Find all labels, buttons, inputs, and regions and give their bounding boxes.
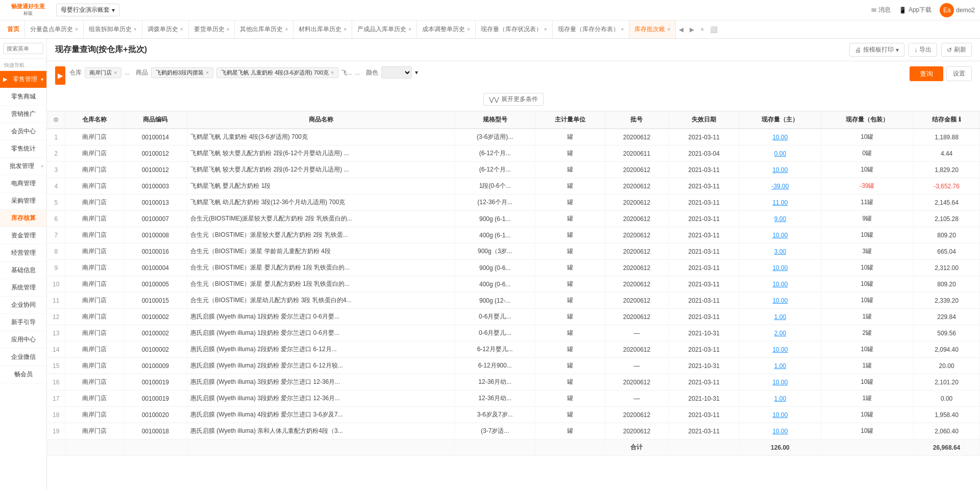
tab-maximize[interactable]: ⬜ bbox=[707, 26, 721, 33]
tab-chengBen-close[interactable]: × bbox=[467, 27, 470, 32]
cell-name: 合生元（BIOSTIME）派星较大婴儿配方奶粉 2段 乳铁蛋... bbox=[187, 227, 455, 243]
tab-chanPin-close[interactable]: × bbox=[408, 27, 411, 32]
cell-qty-pack: 1罐 bbox=[821, 309, 914, 325]
account-name: 母婴行业演示账套 bbox=[61, 6, 110, 14]
cell-code: 00100012 bbox=[124, 162, 187, 178]
cell-qty[interactable]: 1.00 bbox=[740, 358, 821, 374]
tab-diaobo-close[interactable]: × bbox=[180, 27, 183, 32]
expand-more-button[interactable]: ⋁⋁ 展开更多条件 bbox=[483, 93, 544, 106]
sidebar-item-xinShou[interactable]: 新手引导 bbox=[0, 314, 46, 331]
table-container: ⚙ 仓库名称 商品编码 商品名称 规格型号 主计量单位 批号 失效日期 现存量（… bbox=[47, 111, 980, 490]
cell-qty[interactable]: 10.00 bbox=[740, 162, 821, 178]
sidebar-item-caiGou[interactable]: 采购管理 bbox=[0, 192, 46, 210]
sidebar-item-lingShaoShang[interactable]: 零售商城 bbox=[0, 88, 46, 106]
tab-xianzunFen[interactable]: 现存量（库存分布表） × bbox=[553, 20, 630, 39]
tab-chengBen[interactable]: 成本调整单历史 × bbox=[417, 20, 476, 39]
tab-xianzunKu[interactable]: 现存量（库存状况表） × bbox=[476, 20, 553, 39]
sidebar-item-lingShao[interactable]: ▶ 零售管理 ▾ bbox=[0, 71, 46, 88]
bell-icon: ✉ bbox=[871, 7, 876, 14]
tab-right-arrow[interactable]: ▶ bbox=[687, 26, 697, 33]
tab-piCi-close[interactable]: × bbox=[667, 27, 670, 32]
sidebar-item-jiChu[interactable]: 基础信息 bbox=[0, 262, 46, 279]
quick-nav-label: 快捷导航 bbox=[0, 59, 46, 71]
sidebar-item-jingYing[interactable]: 经营管理 bbox=[0, 244, 46, 262]
sidebar-item-kuCun[interactable]: 库存核算 bbox=[0, 210, 46, 227]
tab-qitaChu[interactable]: 其他出库单历史 × bbox=[235, 20, 293, 39]
cell-qty[interactable]: 10.00 bbox=[740, 407, 821, 423]
cell-qty[interactable]: 10.00 bbox=[740, 341, 821, 358]
message-link[interactable]: ✉ 消息 bbox=[871, 6, 891, 14]
tab-xianzunKu-close[interactable]: × bbox=[544, 27, 547, 32]
template-print-button[interactable]: 🖨 按模板打印 ▾ bbox=[849, 43, 904, 57]
cell-amount: 4.44 bbox=[914, 145, 980, 162]
cell-qty[interactable]: 2.00 bbox=[740, 325, 821, 341]
cell-amount: 809.20 bbox=[914, 276, 980, 292]
tab-yaoHuo-close[interactable]: × bbox=[227, 27, 230, 32]
cell-qty[interactable]: 10.00 bbox=[740, 374, 821, 390]
sidebar-item-lingShaoTong[interactable]: 零售统计 bbox=[0, 140, 46, 158]
cell-unit: 罐 bbox=[535, 423, 605, 439]
query-button[interactable]: 查询 bbox=[910, 66, 943, 81]
export-button[interactable]: ↓ 导出 bbox=[909, 43, 937, 57]
cell-code: 00100005 bbox=[124, 276, 187, 292]
tab-yaoHuo[interactable]: 要货单历史 × bbox=[189, 20, 235, 39]
search-input[interactable] bbox=[3, 43, 43, 54]
sidebar-item-yingXiao[interactable]: 营销推广 bbox=[0, 106, 46, 123]
tab-caiLiao-close[interactable]: × bbox=[344, 27, 347, 32]
cell-qty[interactable]: 10.00 bbox=[740, 276, 821, 292]
cell-qty[interactable]: 1.00 bbox=[740, 309, 821, 325]
cell-qty[interactable]: 10.00 bbox=[740, 260, 821, 276]
cell-qty[interactable]: 10.00 bbox=[740, 227, 821, 243]
tab-xianzunFen-close[interactable]: × bbox=[621, 27, 624, 32]
account-dropdown[interactable]: 母婴行业演示账套 ▾ bbox=[56, 4, 119, 16]
cell-qty[interactable]: -39.00 bbox=[740, 178, 821, 194]
tab-fenPan-close[interactable]: × bbox=[75, 27, 78, 32]
chevron-down-icon-print: ▾ bbox=[896, 46, 899, 54]
cell-qty[interactable]: 9.00 bbox=[740, 211, 821, 227]
sidebar-item-ziJin[interactable]: 资金管理 bbox=[0, 227, 46, 244]
warehouse-tag-close[interactable]: × bbox=[114, 69, 117, 76]
product-tag-1-close[interactable]: × bbox=[331, 69, 334, 76]
product-tag-0-close[interactable]: × bbox=[206, 69, 209, 76]
sidebar-item-changYuan[interactable]: 畅会员 bbox=[0, 366, 46, 383]
settings-button[interactable]: 设置 bbox=[946, 66, 972, 81]
sidebar-item-qiYe[interactable]: 企业协同 bbox=[0, 297, 46, 314]
cell-qty[interactable]: 0.00 bbox=[740, 145, 821, 162]
cell-warehouse: 南岸门店 bbox=[65, 276, 124, 292]
filter-expand-btn[interactable]: ▶ bbox=[55, 66, 65, 85]
cell-qty[interactable]: 1.00 bbox=[740, 390, 821, 407]
cell-qty[interactable]: 10.00 bbox=[740, 292, 821, 309]
sidebar-item-piHua[interactable]: 批发管理 ▾ bbox=[0, 158, 46, 175]
tab-left-arrow[interactable]: ◀ bbox=[676, 26, 687, 33]
tab-piCi[interactable]: 库存批次账 × bbox=[629, 20, 676, 39]
top-right-actions: ✉ 消息 📱 App下载 Ea demo2 bbox=[871, 3, 975, 17]
tab-close-all[interactable]: × bbox=[697, 26, 707, 33]
sidebar-item-huiYuan[interactable]: 会员中心 bbox=[0, 123, 46, 140]
cell-spec: (3-6岁适用)... bbox=[455, 129, 535, 145]
tab-zuZhe[interactable]: 组装拆卸单历史 × bbox=[84, 20, 142, 39]
sidebar-item-dianShang[interactable]: 电商管理 bbox=[0, 175, 46, 192]
app-download-link[interactable]: 📱 App下载 bbox=[899, 6, 932, 14]
sidebar-item-qiYeWeiXin[interactable]: 企业微信 bbox=[0, 349, 46, 366]
tab-home[interactable]: 首页 bbox=[2, 20, 25, 39]
sidebar-item-xiTong[interactable]: 系统管理 bbox=[0, 279, 46, 297]
tab-diaobo[interactable]: 调拨单历史 × bbox=[142, 20, 189, 39]
tab-caiLiao[interactable]: 材料出库单历史 × bbox=[293, 20, 352, 39]
cell-qty[interactable]: 10.00 bbox=[740, 423, 821, 439]
col-settings[interactable]: ⚙ bbox=[47, 111, 65, 129]
cell-qty[interactable]: 10.00 bbox=[740, 129, 821, 145]
tab-zuZhe-label: 组装拆卸单历史 bbox=[89, 25, 132, 34]
cell-qty[interactable]: 3.00 bbox=[740, 243, 821, 260]
tab-chanPin[interactable]: 产成品入库单历史 × bbox=[352, 20, 417, 39]
refresh-button[interactable]: ↺ 刷新 bbox=[941, 43, 972, 57]
product-more-ellipsis[interactable]: ... bbox=[355, 69, 360, 76]
footer-empty-4 bbox=[455, 439, 535, 456]
warehouse-more[interactable]: ... bbox=[125, 69, 129, 76]
color-select[interactable] bbox=[381, 66, 412, 79]
sidebar-item-yingYong[interactable]: 应用中心 bbox=[0, 331, 46, 349]
tab-fenPan[interactable]: 分量盘点单历史 × bbox=[25, 20, 84, 39]
tab-zuZhe-close[interactable]: × bbox=[134, 27, 137, 32]
tab-qitaChu-close[interactable]: × bbox=[285, 27, 288, 32]
cell-qty[interactable]: 11.00 bbox=[740, 194, 821, 211]
user-profile[interactable]: Ea demo2 bbox=[940, 3, 975, 17]
